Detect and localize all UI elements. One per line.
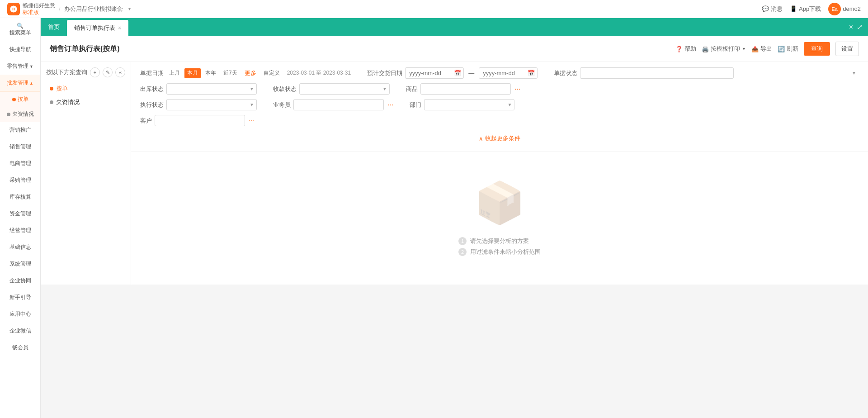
- empty-illustration: 📦: [474, 179, 525, 227]
- date-tab-more[interactable]: 更多: [242, 68, 259, 78]
- dept-label: 部门: [410, 101, 421, 109]
- empty-state: 📦 1 请先选择要分析的方案 2 用过滤条件来缩小分析范围: [131, 152, 868, 285]
- payment-status-label: 收款状态: [273, 85, 297, 93]
- filter-item-out-status: 出库状态 ▼: [140, 83, 257, 95]
- logo-area: 畅捷信好生意 标准版: [7, 2, 55, 15]
- user-menu[interactable]: Ea demo2: [828, 3, 861, 15]
- add-scheme-button[interactable]: +: [90, 67, 100, 77]
- content-body: 按以下方案查询 + ✎ «: [41, 62, 868, 285]
- sidebar-item-search[interactable]: 🔍 搜索菜单: [0, 18, 40, 41]
- customer-label: 客户: [140, 117, 152, 125]
- top-bar-left: 畅捷信好生意 标准版 / 办公用品行业模拟账套 ▾: [7, 2, 131, 15]
- settings-button[interactable]: 设置: [835, 42, 859, 56]
- app-download-button[interactable]: 📱 App下载: [790, 5, 821, 13]
- sidebar-item-enterprise[interactable]: 企业协同: [0, 272, 40, 289]
- sidebar-item-operations[interactable]: 经营管理: [0, 222, 40, 239]
- help-button[interactable]: ❓ 帮助: [675, 45, 696, 53]
- filter-item-dept: 部门 ▼: [410, 99, 514, 110]
- customer-more-icon[interactable]: ···: [249, 117, 255, 125]
- empty-step-2: 2 用过滤条件来缩小分析范围: [458, 247, 541, 257]
- main-panel: 单据日期 上月 本月 本年 近7天 更多 自定义 2023-03-01 至 20…: [131, 62, 868, 285]
- sidebar-item-quicknav[interactable]: 快捷导航: [0, 41, 40, 58]
- date-tab-7days[interactable]: 近7天: [221, 68, 240, 78]
- out-status-label: 出库状态: [140, 85, 164, 93]
- export-button[interactable]: 📤 导出: [751, 45, 772, 53]
- sidebar-sub-item-debt[interactable]: 欠资情况: [0, 107, 40, 122]
- status-select[interactable]: [580, 67, 734, 79]
- breadcrumb-arrow[interactable]: ▾: [128, 6, 131, 11]
- logo-icon: [7, 3, 20, 15]
- status-select-wrap: ▼: [580, 67, 859, 79]
- filter-block: 单据日期 上月 本月 本年 近7天 更多 自定义 2023-03-01 至 20…: [131, 62, 868, 152]
- maximize-icon[interactable]: ⤢: [857, 24, 863, 31]
- orange-dot-left: [50, 87, 53, 90]
- tab-close-icon[interactable]: ×: [118, 25, 121, 31]
- filter-item-salesperson: 业务员 ···: [273, 99, 393, 110]
- close-window-icon[interactable]: ×: [849, 24, 853, 31]
- salesperson-input[interactable]: [293, 99, 384, 110]
- date-tab-this-year[interactable]: 本年: [203, 68, 219, 78]
- sidebar-item-inventory[interactable]: 库存核算: [0, 189, 40, 205]
- filter-item-customer: 客户 ···: [140, 115, 255, 126]
- goods-more-icon[interactable]: ···: [514, 85, 520, 93]
- filter-row-1: 单据日期 上月 本月 本年 近7天 更多 自定义 2023-03-01 至 20…: [140, 67, 859, 79]
- orange-dot-icon: [12, 98, 16, 101]
- date-to-input[interactable]: [479, 67, 538, 79]
- collapse-icon: ∧: [479, 135, 483, 142]
- edit-scheme-button[interactable]: ✎: [103, 67, 113, 77]
- sidebar-item-marketing[interactable]: 营销推广: [0, 122, 40, 138]
- sidebar-item-purchase[interactable]: 采购管理: [0, 172, 40, 189]
- tab-bar: 首页 销售订单执行表 × × ⤢: [41, 18, 868, 36]
- avatar: Ea: [828, 3, 841, 15]
- page-content: 销售订单执行表(按单) ❓ 帮助 🖨️ 按模板打印 ▼ 📤 导出: [41, 36, 868, 418]
- exec-status-select-wrap: ▼: [166, 99, 257, 110]
- refresh-button[interactable]: 🔄 刷新: [778, 45, 798, 53]
- salesperson-more-icon[interactable]: ···: [387, 101, 393, 109]
- dept-select[interactable]: [424, 99, 514, 110]
- sidebar-item-apps[interactable]: 应用中心: [0, 306, 40, 323]
- sidebar-item-wholesale[interactable]: 批发管理 ▲: [0, 75, 40, 91]
- print-icon: 🖨️: [702, 46, 709, 52]
- tab-active[interactable]: 销售订单执行表 ×: [67, 20, 128, 36]
- tab-bar-right: × ⤢: [849, 24, 868, 31]
- collapse-bar[interactable]: ∧ 收起更多条件: [140, 131, 859, 146]
- customer-input[interactable]: [155, 115, 245, 126]
- sidebar-item-system[interactable]: 系统管理: [0, 256, 40, 272]
- filter-row-3: 执行状态 ▼ 业务员: [140, 99, 859, 110]
- sidebar-item-member[interactable]: 畅会员: [0, 339, 40, 356]
- search-icon: 🔍: [17, 23, 24, 29]
- collapse-panel-button[interactable]: «: [115, 67, 125, 77]
- date-tab-custom[interactable]: 自定义: [261, 68, 283, 78]
- left-panel: 按以下方案查询 + ✎ «: [41, 62, 131, 285]
- sidebar-item-ecommerce[interactable]: 电商管理: [0, 155, 40, 172]
- sidebar-item-base[interactable]: 基础信息: [0, 239, 40, 256]
- payment-status-select[interactable]: [299, 83, 390, 95]
- goods-label: 商品: [406, 85, 418, 93]
- date-tab-last-month[interactable]: 上月: [166, 68, 183, 78]
- message-button[interactable]: 💬 消息: [762, 5, 783, 13]
- app-icon: 📱: [790, 5, 797, 12]
- sidebar-sub: 按单 欠资情况: [0, 91, 40, 122]
- expected-date-label: 预计交货日期: [367, 69, 402, 77]
- date-tab-this-month[interactable]: 本月: [184, 68, 201, 78]
- sidebar-item-wechat[interactable]: 企业微信: [0, 323, 40, 339]
- filter-item-exec-status: 执行状态 ▼: [140, 99, 257, 110]
- out-status-select[interactable]: [166, 83, 257, 95]
- exec-status-select[interactable]: [166, 99, 257, 110]
- sidebar-sub-item-order[interactable]: 按单: [0, 92, 40, 107]
- sidebar-item-finance[interactable]: 资金管理: [0, 205, 40, 222]
- goods-input[interactable]: [420, 83, 511, 95]
- query-button[interactable]: 查询: [804, 42, 830, 56]
- salesperson-label: 业务员: [273, 101, 291, 109]
- main-layout: 🔍 搜索菜单 快捷导航 零售管理 ▼ 批发管理 ▲ 按单 欠资情况 营销推广: [0, 18, 868, 418]
- date-from-input[interactable]: [405, 67, 464, 79]
- sidebar-item-newbie[interactable]: 新手引导: [0, 289, 40, 306]
- sidebar-item-sales[interactable]: 销售管理: [0, 138, 40, 155]
- tab-home[interactable]: 首页: [41, 23, 67, 31]
- left-panel-item-debt[interactable]: 欠资情况: [46, 95, 125, 109]
- left-panel-item-order[interactable]: 按单: [46, 82, 125, 95]
- filter-item-date: 单据日期 上月 本月 本年 近7天 更多 自定义 2023-03-01 至 20…: [140, 68, 351, 78]
- filter-row-4: 客户 ···: [140, 115, 859, 126]
- print-button[interactable]: 🖨️ 按模板打印 ▼: [702, 45, 746, 53]
- sidebar-item-retail[interactable]: 零售管理 ▼: [0, 58, 40, 75]
